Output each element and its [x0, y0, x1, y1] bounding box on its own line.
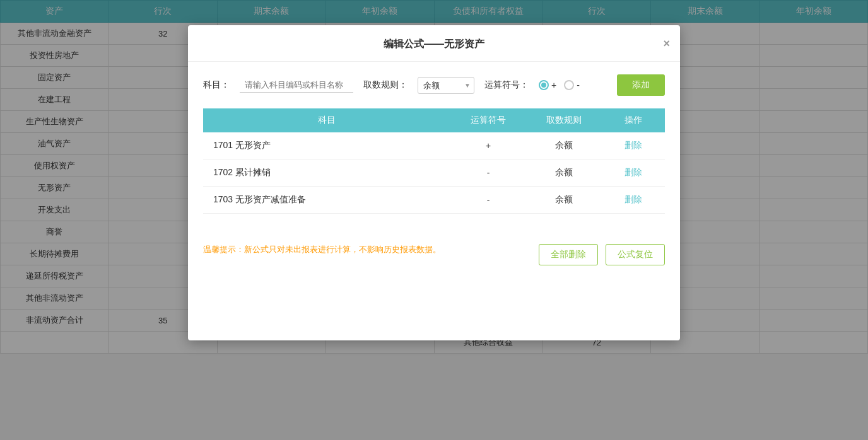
close-icon[interactable]: ×	[663, 38, 670, 49]
radio-minus[interactable]: -	[564, 80, 580, 90]
formula-operator: -	[450, 187, 526, 214]
radio-plus-circle	[539, 80, 549, 90]
footer-buttons: 全部删除 公式复位	[539, 244, 665, 265]
background-wrap: 资产 行次 期末余额 年初余额 负债和所有者权益 行次 期末余额 年初余额 其他…	[0, 0, 868, 440]
modal-title: 编辑公式——无形资产	[384, 38, 484, 49]
formula-table-row: 1701 无形资产+余额删除	[203, 132, 665, 159]
add-button[interactable]: 添加	[617, 74, 665, 96]
subject-label: 科目：	[203, 79, 230, 91]
radio-plus-label: +	[551, 80, 556, 90]
delete-row-button[interactable]: 删除	[625, 194, 642, 206]
formula-rule: 余额	[526, 187, 602, 214]
delete-all-button[interactable]: 全部删除	[539, 244, 598, 265]
formula-subject: 1702 累计摊销	[203, 159, 450, 187]
tip-text: 温馨提示：新公式只对未出报表进行计算，不影响历史报表数据。	[203, 244, 441, 255]
formula-rule: 余额	[526, 132, 602, 159]
formula-table-row: 1703 无形资产减值准备-余额删除	[203, 187, 665, 214]
reset-button[interactable]: 公式复位	[606, 244, 665, 265]
formula-action: 删除	[602, 187, 665, 214]
radio-minus-label: -	[577, 80, 580, 90]
rule-label: 取数规则：	[363, 79, 408, 91]
modal-header: 编辑公式——无形资产 ×	[188, 25, 680, 62]
table-header-rule: 取数规则	[526, 108, 602, 132]
operator-radio-group: + -	[539, 80, 580, 90]
modal-dialog: 编辑公式——无形资产 × 科目： 取数规则： 余额 借方 贷方	[188, 25, 680, 340]
delete-row-button[interactable]: 删除	[625, 140, 642, 151]
form-row: 科目： 取数规则： 余额 借方 贷方 ▼ 运算符号：	[203, 74, 665, 96]
formula-rule: 余额	[526, 159, 602, 187]
modal-overlay: 编辑公式——无形资产 × 科目： 取数规则： 余额 借方 贷方	[0, 0, 868, 440]
rule-select[interactable]: 余额 借方 贷方	[418, 77, 474, 94]
table-header-subject: 科目	[203, 108, 450, 132]
modal-footer: 温馨提示：新公式只对未出报表进行计算，不影响历史报表数据。 全部删除 公式复位	[188, 236, 680, 278]
formula-table: 科目 运算符号 取数规则 操作 1701 无形资产+余额删除1702 累计摊销-…	[203, 108, 665, 214]
modal-body: 科目： 取数规则： 余额 借方 贷方 ▼ 运算符号：	[188, 62, 680, 236]
rule-select-wrap: 余额 借方 贷方 ▼	[418, 77, 474, 94]
formula-subject: 1703 无形资产减值准备	[203, 187, 450, 214]
formula-operator: +	[450, 132, 526, 159]
formula-table-row: 1702 累计摊销-余额删除	[203, 159, 665, 187]
delete-row-button[interactable]: 删除	[625, 167, 642, 178]
formula-action: 删除	[602, 159, 665, 187]
table-header-operator: 运算符号	[450, 108, 526, 132]
formula-operator: -	[450, 159, 526, 187]
operator-label: 运算符号：	[484, 79, 529, 91]
subject-input[interactable]	[240, 78, 353, 93]
table-header-action: 操作	[602, 108, 665, 132]
radio-minus-circle	[564, 80, 574, 90]
formula-action: 删除	[602, 132, 665, 159]
radio-plus[interactable]: +	[539, 80, 556, 90]
formula-subject: 1701 无形资产	[203, 132, 450, 159]
